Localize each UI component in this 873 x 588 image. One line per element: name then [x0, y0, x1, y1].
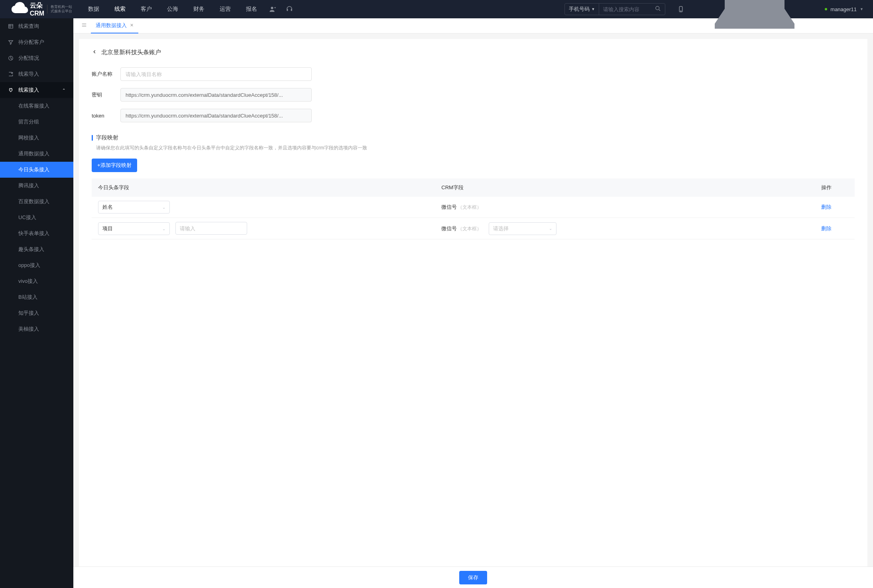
sidebar-subitem[interactable]: 通用数据接入	[0, 146, 73, 162]
close-icon[interactable]: ✕	[130, 23, 134, 28]
sidebar-item-label: 趣头条接入	[18, 246, 44, 253]
sidebar-subitem[interactable]: 留言分组	[0, 114, 73, 130]
sidebar-subitem[interactable]: 在线客服接入	[0, 98, 73, 114]
nav-item[interactable]: 公海	[167, 6, 178, 13]
source-field-select[interactable]: 项目 ⌄	[98, 222, 170, 235]
save-button[interactable]: 保存	[459, 571, 487, 584]
sidebar-subitem[interactable]: 腾讯接入	[0, 178, 73, 194]
mapping-description: 请确保您在此填写的头条自定义字段名称与在今日头条平台中自定义的字段名称一致，并且…	[92, 145, 855, 151]
sidebar-subitem[interactable]: oppo接入	[0, 257, 73, 273]
nav-item[interactable]: 运营	[220, 6, 231, 13]
secret-input[interactable]	[120, 88, 312, 102]
sidebar-item-label: 线索导入	[18, 71, 39, 78]
account-name-input[interactable]	[120, 67, 312, 81]
main-nav: 数据线索客户公海财务运营报名	[88, 6, 257, 13]
table-icon	[8, 24, 14, 29]
sidebar-item[interactable]: 线索查询	[0, 18, 73, 34]
app-header: 云朵CRM 教育机构一站式服务云平台 数据线索客户公海财务运营报名 手机号码 ▼…	[0, 0, 873, 18]
sidebar-item-label: 网校接入	[18, 134, 39, 141]
pie-icon	[8, 55, 14, 61]
user-add-icon[interactable]	[269, 6, 276, 13]
svg-point-1	[656, 6, 659, 10]
sidebar-subitem[interactable]: 百度数据接入	[0, 194, 73, 210]
header-search: 手机号码 ▼	[564, 3, 665, 15]
sidebar-item-label: 分配情况	[18, 55, 39, 62]
nav-item[interactable]: 客户	[141, 6, 152, 13]
sidebar-item-label: 线索查询	[18, 23, 39, 30]
sidebar-item-label: B站接入	[18, 294, 37, 301]
sidebar-item-label: 知乎接入	[18, 310, 39, 317]
delete-link[interactable]: 删除	[821, 204, 832, 210]
form-row-account: 账户名称	[92, 67, 855, 81]
footer-action-bar: 保存	[73, 566, 873, 588]
chevron-down-icon: ⌄	[162, 205, 165, 210]
status-dot	[825, 8, 827, 10]
mobile-icon[interactable]	[677, 6, 684, 13]
sidebar-item-label: 腾讯接入	[18, 182, 39, 189]
nav-item[interactable]: 财务	[193, 6, 204, 13]
delete-link[interactable]: 删除	[821, 225, 832, 231]
chevron-down-icon: ▼	[860, 7, 863, 11]
sidebar-item-label: vivo接入	[18, 278, 38, 285]
nav-item[interactable]: 线索	[114, 6, 126, 13]
crm-value-select[interactable]: 请选择 ⌄	[489, 222, 556, 235]
header-quick-icons	[269, 6, 293, 13]
headset-icon[interactable]	[286, 6, 293, 13]
chevron-down-icon: ⌄	[162, 227, 165, 231]
mapping-table: 今日头条字段 CRM字段 操作 姓名 ⌄ 微信号	[92, 178, 855, 239]
chevron-up-icon: ⌃	[62, 88, 65, 92]
sidebar-subitem[interactable]: 知乎接入	[0, 305, 73, 321]
sidebar-item[interactable]: 分配情况	[0, 50, 73, 66]
back-button[interactable]	[92, 49, 97, 56]
sidebar-item-label: 留言分组	[18, 118, 39, 125]
table-row: 项目 ⌄ 微信号 （文本框） 请选择 ⌄	[92, 218, 855, 239]
crm-field-display: 微信号 （文本框）	[441, 225, 482, 232]
logo-subtitle: 教育机构一站式服务云平台	[47, 5, 72, 14]
sidebar-item-label: 今日头条接入	[18, 166, 49, 173]
table-row: 姓名 ⌄ 微信号 （文本框） 删除	[92, 197, 855, 218]
secret-label: 密钥	[92, 91, 120, 98]
add-mapping-button[interactable]: +添加字段映射	[92, 159, 137, 172]
sidebar-subitem[interactable]: 趣头条接入	[0, 241, 73, 257]
sidebar-subitem[interactable]: 美柚接入	[0, 321, 73, 337]
chevron-down-icon: ⌄	[549, 226, 552, 231]
source-field-select[interactable]: 姓名 ⌄	[98, 201, 170, 214]
sidebar-subitem[interactable]: B站接入	[0, 289, 73, 305]
col-source: 今日头条字段	[92, 178, 435, 197]
logo-mark: 云朵CRM	[10, 0, 45, 19]
sidebar-subitem[interactable]: UC接入	[0, 210, 73, 225]
sidebar-item[interactable]: 线索接入⌃	[0, 82, 73, 98]
sidebar-subitem[interactable]: vivo接入	[0, 273, 73, 289]
svg-point-0	[271, 7, 273, 9]
sidebar-item-label: UC接入	[18, 214, 36, 221]
nav-item[interactable]: 报名	[246, 6, 257, 13]
tabs-collapse-icon[interactable]	[77, 22, 91, 29]
plug-icon	[8, 87, 14, 93]
search-type-select[interactable]: 手机号码 ▼	[565, 4, 599, 15]
svg-rect-4	[9, 24, 13, 28]
search-input[interactable]	[599, 6, 651, 12]
section-accent-bar	[92, 135, 93, 141]
sidebar-subitem[interactable]: 今日头条接入	[0, 162, 73, 178]
sidebar-subitem[interactable]: 快手表单接入	[0, 225, 73, 241]
form-row-token: token	[92, 109, 855, 122]
user-menu[interactable]: manager11 ▼	[825, 6, 863, 12]
sidebar-subitem[interactable]: 网校接入	[0, 130, 73, 146]
page-title: 北京昱新科技头条账户	[101, 49, 161, 56]
sidebar-item[interactable]: 待分配客户	[0, 34, 73, 50]
search-button[interactable]	[651, 6, 665, 13]
sidebar-item[interactable]: 线索导入	[0, 66, 73, 82]
token-input[interactable]	[120, 109, 312, 122]
sidebar-item-label: 快手表单接入	[18, 230, 49, 237]
crm-field-display: 微信号 （文本框）	[441, 204, 482, 211]
export-icon	[8, 71, 14, 77]
sidebar-item-label: 在线客服接入	[18, 102, 49, 110]
nav-item[interactable]: 数据	[88, 6, 99, 13]
sidebar-item-label: oppo接入	[18, 262, 40, 269]
logo: 云朵CRM 教育机构一站式服务云平台	[10, 0, 72, 19]
sidebar: 线索查询待分配客户分配情况线索导入线索接入⌃在线客服接入留言分组网校接入通用数据…	[0, 18, 73, 588]
sidebar-item-label: 美柚接入	[18, 325, 39, 333]
source-value-input[interactable]	[175, 222, 247, 235]
tab[interactable]: 通用数据接入✕	[91, 18, 138, 33]
sidebar-item-label: 待分配客户	[18, 39, 44, 46]
